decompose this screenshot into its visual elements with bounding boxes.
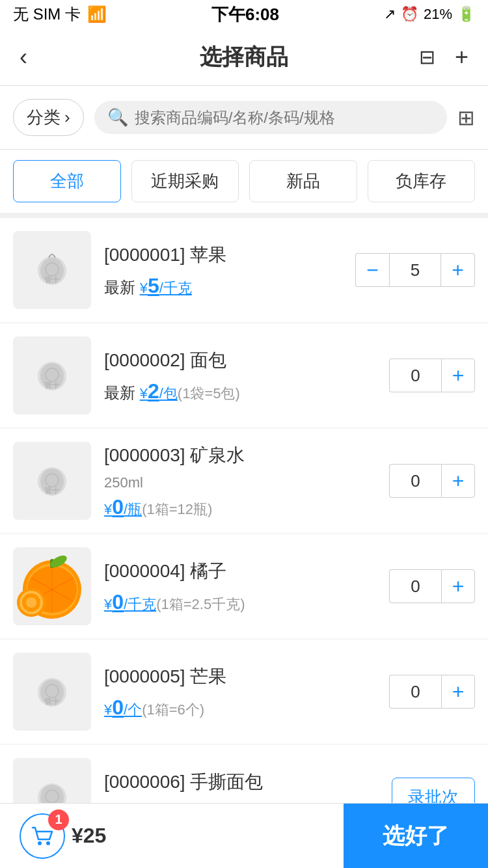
battery-icon: 🔋 xyxy=(457,6,475,23)
status-left: 无 SIM 卡 📶 xyxy=(13,4,107,25)
svg-text:管十: 管十 xyxy=(44,697,60,706)
svg-text:管十: 管十 xyxy=(44,275,60,284)
confirm-button[interactable]: 选好了 xyxy=(344,804,488,868)
qty-plus-3[interactable]: + xyxy=(441,569,475,603)
tab-recent[interactable]: 近期采购 xyxy=(131,160,239,202)
product-image-4: 管十 xyxy=(13,653,91,731)
cart-icon-button[interactable]: 1 xyxy=(20,813,65,859)
svg-point-35 xyxy=(38,841,42,845)
scan-icon[interactable]: ⊞ xyxy=(457,105,475,130)
product-name-3: [0000004] 橘子 xyxy=(104,559,376,584)
qty-plus-4[interactable]: + xyxy=(441,675,475,709)
svg-text:管十: 管十 xyxy=(44,486,60,495)
tab-new[interactable]: 新品 xyxy=(249,160,357,202)
qty-control-2: + xyxy=(389,464,475,498)
product-image-0: 管十 xyxy=(13,231,91,309)
alarm-icon: ⏰ xyxy=(401,6,418,23)
nav-right: ⊟ + xyxy=(419,44,468,71)
search-row: 分类 › 🔍 ⊞ xyxy=(0,86,488,150)
qty-input-2[interactable] xyxy=(389,464,441,498)
product-info-0: [0000001] 苹果 最新 ¥5/千克 xyxy=(104,243,342,298)
product-name-2: [0000003] 矿泉水 xyxy=(104,443,376,468)
qty-plus-1[interactable]: + xyxy=(441,359,475,392)
product-name-4: [0000005] 芒果 xyxy=(104,664,376,689)
product-image-1: 管十 xyxy=(13,336,91,414)
qty-control-0: − + xyxy=(355,253,475,287)
qty-minus-0[interactable]: − xyxy=(355,253,389,287)
product-item-4: 管十 [0000005] 芒果 ¥0/个(1箱=6个) + xyxy=(0,640,488,744)
qty-plus-2[interactable]: + xyxy=(441,464,475,498)
add-button[interactable]: + xyxy=(455,44,468,71)
product-name-0: [0000001] 苹果 xyxy=(104,243,342,267)
product-item-3: [0000004] 橘子 ¥0/千克(1箱=2.5千克) + xyxy=(0,534,488,638)
status-right: ↗ ⏰ 21% 🔋 xyxy=(384,6,475,23)
cart-area: 1 ¥25 xyxy=(0,813,344,859)
qty-control-3: + xyxy=(389,569,475,603)
qty-input-4[interactable] xyxy=(389,675,441,709)
tab-negative[interactable]: 负库存 xyxy=(368,160,476,202)
product-item-2: 管十 [0000003] 矿泉水 250ml ¥0/瓶(1箱=12瓶) + xyxy=(0,429,488,533)
qty-input-3[interactable] xyxy=(389,569,441,603)
qty-plus-0[interactable]: + xyxy=(441,253,475,287)
svg-point-36 xyxy=(46,841,50,845)
qty-input-0[interactable] xyxy=(389,253,441,287)
product-info-4: [0000005] 芒果 ¥0/个(1箱=6个) xyxy=(104,664,376,720)
location-icon: ↗ xyxy=(384,6,396,23)
back-button[interactable]: ‹ xyxy=(20,44,27,71)
product-spec-2: 250ml xyxy=(104,474,376,491)
svg-point-23 xyxy=(26,597,36,608)
product-price-3: ¥0/千克(1箱=2.5千克) xyxy=(104,590,376,614)
product-info-3: [0000004] 橘子 ¥0/千克(1箱=2.5千克) xyxy=(104,559,376,614)
filter-icon[interactable]: ⊟ xyxy=(419,46,435,68)
wifi-icon: 📶 xyxy=(87,5,107,23)
product-list: 管十 [0000001] 苹果 最新 ¥5/千克 − + 管十 [0000002… xyxy=(0,218,488,868)
product-price-4: ¥0/个(1箱=6个) xyxy=(104,696,376,720)
no-sim-label: 无 SIM 卡 xyxy=(13,4,81,25)
tab-row: 全部 近期采购 新品 负库存 xyxy=(0,150,488,218)
tab-all[interactable]: 全部 xyxy=(13,160,121,202)
qty-input-1[interactable] xyxy=(389,359,441,392)
product-name-5: [0000006] 手撕面包 xyxy=(104,770,379,794)
product-price-0: 最新 ¥5/千克 xyxy=(104,274,342,298)
category-label: 分类 xyxy=(27,106,61,129)
qty-control-1: + xyxy=(389,359,475,392)
bottom-bar: 1 ¥25 选好了 xyxy=(0,803,488,868)
product-name-1: [0000002] 面包 xyxy=(104,348,376,373)
status-bar: 无 SIM 卡 📶 下午6:08 ↗ ⏰ 21% 🔋 xyxy=(0,0,488,29)
search-input-wrap: 🔍 xyxy=(94,101,447,134)
search-input[interactable] xyxy=(135,109,434,127)
cart-badge: 1 xyxy=(48,809,69,830)
search-icon: 🔍 xyxy=(107,107,128,128)
product-item-1: 管十 [0000002] 面包 最新 ¥2/包(1袋=5包) + xyxy=(0,323,488,427)
category-button[interactable]: 分类 › xyxy=(13,99,84,136)
product-info-2: [0000003] 矿泉水 250ml ¥0/瓶(1箱=12瓶) xyxy=(104,443,376,519)
page-title: 选择商品 xyxy=(200,42,288,72)
product-image-2: 管十 xyxy=(13,442,91,520)
cart-total: ¥25 xyxy=(72,824,106,848)
product-info-1: [0000002] 面包 最新 ¥2/包(1袋=5包) xyxy=(104,348,376,403)
product-item-0: 管十 [0000001] 苹果 最新 ¥5/千克 − + xyxy=(0,218,488,322)
category-arrow: › xyxy=(64,107,70,128)
product-price-2: ¥0/瓶(1箱=12瓶) xyxy=(104,495,376,519)
battery-label: 21% xyxy=(424,6,452,23)
nav-bar: ‹ 选择商品 ⊟ + xyxy=(0,29,488,86)
nav-left: ‹ xyxy=(20,44,27,71)
svg-text:管十: 管十 xyxy=(44,381,60,390)
product-price-1: 最新 ¥2/包(1袋=5包) xyxy=(104,379,376,403)
status-time: 下午6:08 xyxy=(211,3,279,26)
qty-control-4: + xyxy=(389,675,475,709)
product-image-3 xyxy=(13,547,91,625)
